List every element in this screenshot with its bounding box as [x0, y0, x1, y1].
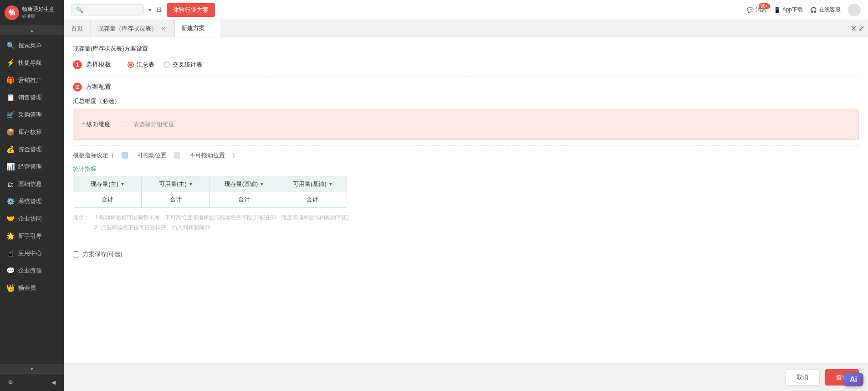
- radio-cross[interactable]: 交叉统计表: [163, 61, 202, 69]
- home-tab-label: 首页: [71, 25, 83, 33]
- wechat-label: 企业微信: [18, 267, 42, 275]
- tab-inventory-status[interactable]: 现存量（库存状况表） ✕: [91, 20, 175, 37]
- sidebar-item-app-center[interactable]: 📱 应用中心: [0, 245, 64, 262]
- headset-icon: 🎧: [810, 7, 817, 13]
- topbar-settings-btn[interactable]: ⚙: [156, 5, 162, 14]
- inventory-tab-close[interactable]: ✕: [160, 25, 167, 32]
- app-download-label: App下载: [782, 6, 803, 14]
- sidebar-scroll-up[interactable]: ▲: [0, 26, 64, 35]
- collapse-button[interactable]: ✕: [851, 24, 857, 33]
- search-input[interactable]: [86, 7, 139, 13]
- sidebar-item-basic[interactable]: 🗂 基础信息: [0, 175, 64, 193]
- col-sub-3: 合计: [306, 196, 318, 204]
- purchase-label: 采购管理: [18, 111, 42, 119]
- message-action[interactable]: 💬 消息 99+: [747, 6, 766, 14]
- topbar: 🔍 ▾ ⚙ 体验行业方案 💬 消息 99+ 📱 App下载 🎧 在线客服: [64, 0, 868, 20]
- sidebar-item-member[interactable]: 👑 畅会员: [0, 279, 64, 297]
- stats-data-row: 合计合计合计合计: [73, 192, 347, 207]
- app-center-label: 应用中心: [18, 249, 42, 257]
- tab-new-plan[interactable]: 新建方案 ✕: [175, 20, 220, 37]
- sidebar-item-guide[interactable]: 🌟 新手引导: [0, 227, 64, 245]
- sidebar-item-inventory[interactable]: 📦 库存核算: [0, 123, 64, 141]
- topbar-search-box[interactable]: 🔍: [71, 4, 144, 15]
- finance-icon: 💰: [6, 145, 15, 154]
- ai-badge[interactable]: Ai: [843, 373, 863, 386]
- save-option: 方案保存(可选): [73, 246, 859, 263]
- cancel-button[interactable]: 取消: [785, 369, 820, 386]
- radio-summary-label: 汇总表: [137, 61, 154, 69]
- app-download-action[interactable]: 📱 App下载: [774, 6, 803, 14]
- page-title: 现存量(库存状况表)方案设置: [73, 45, 859, 53]
- sidebar-item-search-menu[interactable]: 🔍 搜索菜单: [0, 37, 64, 54]
- tab-home[interactable]: 首页: [64, 20, 91, 37]
- audio-button[interactable]: ◀: [50, 378, 57, 386]
- trial-button[interactable]: 体验行业方案: [167, 3, 215, 17]
- content-footer: 取消 查询: [64, 363, 868, 391]
- inventory-label: 库存核算: [18, 128, 42, 136]
- dimension-dash: ——: [116, 121, 128, 128]
- col-dropdown-0[interactable]: ▾: [121, 181, 124, 187]
- radio-cross-btn[interactable]: [163, 62, 170, 68]
- sidebar-item-wechat[interactable]: 💬 企业微信: [0, 262, 64, 279]
- phone-icon: 📱: [774, 7, 781, 13]
- col-dropdown-1[interactable]: ▾: [189, 181, 192, 187]
- inventory-tab-label: 现存量（库存状况表）: [98, 25, 157, 33]
- save-checkbox[interactable]: [73, 251, 79, 257]
- customer-service-action[interactable]: 🎧 在线客服: [810, 6, 841, 14]
- radio-summary-btn[interactable]: [128, 62, 134, 68]
- col-label-1: 可用量(主): [159, 180, 187, 188]
- chevron-down-icon: ▼: [30, 366, 34, 371]
- dimension-placeholder: 请选择分组维度: [133, 120, 174, 129]
- stats-header-cell-2: 现存量(基辅) ▾: [210, 176, 278, 192]
- draggable-badge: [122, 152, 128, 159]
- settings-button[interactable]: ⚙: [6, 378, 15, 386]
- required-mark: *: [82, 121, 85, 128]
- dimension-area: * 纵向维度 —— 请选择分组维度: [73, 109, 859, 140]
- sidebar-nav: 🔍 搜索菜单 ⚡ 快捷导航 🎁 营销推广 📋 销售管理 🛒 采购管理 📦 库存核…: [0, 35, 64, 364]
- sidebar-scroll-down[interactable]: ▼: [0, 364, 64, 373]
- col-dropdown-3[interactable]: ▾: [329, 181, 332, 187]
- tips-section: 提示： 1.拖动标题栏可以调整布局，不可跨维度或指标区域拖动栏目字段(只能在同一…: [73, 213, 859, 232]
- sidebar-item-business[interactable]: 📊 经营管理: [0, 158, 64, 175]
- section2-title: 方案配置: [86, 83, 111, 91]
- tip-2: 2. 点击标题栏下拉可设置排序、插入列和删除列: [73, 223, 859, 233]
- sidebar-footer: ⚙ ◀: [0, 373, 64, 391]
- stats-data-cell-3: 合计: [278, 192, 347, 207]
- stats-data-cell-0: 合计: [73, 192, 142, 207]
- dimension-label: 汇总维度（必选）: [73, 97, 859, 105]
- stats-data-cell-1: 合计: [142, 192, 210, 207]
- search-dropdown-btn[interactable]: ▾: [148, 7, 151, 13]
- sidebar-item-finance[interactable]: 💰 资金管理: [0, 141, 64, 158]
- sidebar-item-quick-nav[interactable]: ⚡ 快捷导航: [0, 54, 64, 72]
- inventory-icon: 📦: [6, 128, 15, 136]
- stats-table: 现存量(主) ▾ 可用量(主) ▾ 现存量(基辅) ▾ 可用量(基辅) ▾ 合计…: [73, 176, 347, 208]
- stats-header-cell-1: 可用量(主) ▾: [142, 176, 210, 192]
- stats-title: 统计指标: [73, 165, 859, 173]
- col-sub-0: 合计: [102, 196, 113, 204]
- stats-header-cell-0: 现存量(主) ▾: [73, 176, 142, 192]
- sidebar-item-marketing[interactable]: 🎁 营销推广: [0, 72, 64, 89]
- sales-icon: 📋: [6, 93, 15, 102]
- col-dropdown-2[interactable]: ▾: [260, 181, 263, 187]
- member-label: 畅会员: [18, 284, 36, 292]
- user-avatar[interactable]: [848, 4, 861, 16]
- sidebar-item-sales[interactable]: 📋 销售管理: [0, 89, 64, 106]
- tabbar: 首页 现存量（库存状况表） ✕ 新建方案 ✕ ✕ ⤢: [64, 20, 868, 37]
- guide-icon: 🌟: [6, 232, 15, 240]
- indicator-settings: 模板指标设定（ 可拖动位置 不可拖动位置 ）: [73, 151, 859, 159]
- col-sub-1: 合计: [170, 196, 182, 204]
- quick-nav-icon: ⚡: [6, 59, 15, 67]
- section1-title: 选择模板: [86, 61, 111, 69]
- new-plan-tab-close[interactable]: ✕: [207, 25, 214, 32]
- sidebar-item-enterprise[interactable]: 🤝 企业协同: [0, 210, 64, 227]
- tip-1: 提示： 1.拖动标题栏可以调整布局，不可跨维度或指标区域拖动栏目字段(只能在同一…: [73, 213, 859, 223]
- message-icon: 💬: [747, 7, 754, 13]
- sidebar-item-system[interactable]: ⚙️ 系统管理: [0, 193, 64, 210]
- sidebar-logo: 畅 畅康通好生意 标准版: [0, 0, 64, 26]
- section2-num: 2: [73, 82, 82, 92]
- business-label: 经营管理: [18, 163, 42, 171]
- radio-summary[interactable]: 汇总表: [128, 61, 154, 69]
- expand-button[interactable]: ⤢: [858, 24, 864, 33]
- finance-label: 资金管理: [18, 145, 42, 154]
- sidebar-item-purchase[interactable]: 🛒 采购管理: [0, 106, 64, 123]
